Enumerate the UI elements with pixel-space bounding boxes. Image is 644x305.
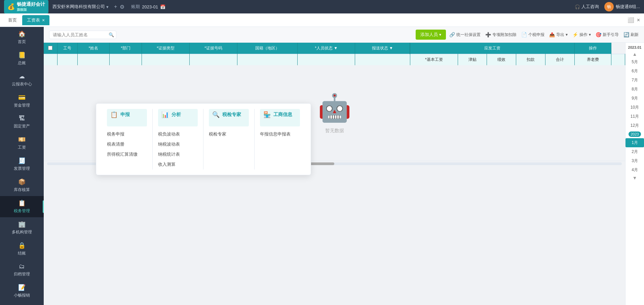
sidebar-item-basic-settings[interactable]: ⚙ 基础设置 <box>0 302 44 305</box>
search-icon[interactable]: 🔍 <box>109 32 114 37</box>
th-checkbox[interactable] <box>44 43 57 54</box>
refresh-label: 刷新 <box>631 32 639 38</box>
menu-section-business-info: 🏪 工商信息 年报信息申报表 <box>255 109 306 169</box>
xiaochang-icon: 📝 <box>18 284 26 291</box>
date-month-3[interactable]: 3月 <box>626 156 644 165</box>
settings-icon[interactable]: ⚙ <box>120 4 124 10</box>
menu-item-income-tax-summary[interactable]: 所得税汇算清缴 <box>107 149 147 159</box>
sidebar-item-cloud-report[interactable]: ☁ 云报表中心 <box>0 69 44 90</box>
special-deduction-icon: ➕ <box>485 32 491 37</box>
tab-close-icon[interactable]: × <box>42 17 45 23</box>
user-area[interactable]: 畅 畅捷通B组... <box>604 2 640 11</box>
date-panel-header: 2023.01 <box>628 44 642 51</box>
date-month-7[interactable]: 7月 <box>626 76 644 85</box>
close-icon[interactable]: × <box>637 17 640 23</box>
business-info-label: 工商信息 <box>273 112 292 118</box>
tax-dropdown-menu: 📋 申报 税务申报 税表清册 所得税汇算清缴 📊 <box>96 103 311 175</box>
sidebar-item-multi-org[interactable]: 🏢 多机构管理 <box>0 217 44 238</box>
sidebar-item-archive[interactable]: 🗂 归档管理 <box>0 260 44 280</box>
cloud-icon: ☁ <box>19 73 25 80</box>
menu-item-income-forecast[interactable]: 收入测算 <box>158 159 198 169</box>
calendar-icon[interactable]: 📅 <box>160 4 165 9</box>
date-month-11[interactable]: 11月 <box>626 112 644 121</box>
sidebar-label-home: 首页 <box>18 39 26 45</box>
sidebar-item-invoice[interactable]: 🧾 发票管理 <box>0 154 44 175</box>
date-month-8[interactable]: 8月 <box>626 85 644 94</box>
archive-icon: 🗂 <box>19 263 25 270</box>
help-button[interactable]: 🎧 人工咨询 <box>575 4 599 10</box>
no-data-icon: 🤖 <box>318 92 351 124</box>
sidebar-label-archive: 归档管理 <box>14 271 30 277</box>
operations-label: 操作 <box>579 32 588 38</box>
date-month-12[interactable]: 12月 <box>626 121 644 130</box>
sidebar-item-salary[interactable]: 💴 工资 <box>0 132 44 154</box>
date-month-10[interactable]: 10月 <box>626 103 644 112</box>
restore-icon[interactable]: ⬜ <box>628 17 634 23</box>
headset-icon: 🎧 <box>575 4 580 9</box>
th-status: *人员状态 ▼ <box>298 43 355 54</box>
menu-item-tax-burden[interactable]: 税负波动表 <box>158 129 198 139</box>
sidebar-item-close-period[interactable]: 🔒 结账 <box>0 238 44 260</box>
date-down-btn[interactable]: ▼ <box>632 175 638 181</box>
special-deduction-btn[interactable]: ➕ 专项附加扣除 <box>485 32 517 38</box>
export-dropdown-icon: ▾ <box>566 32 568 37</box>
personal-tax-btn[interactable]: 📄 个税申报 <box>521 32 544 38</box>
th-sub-region <box>237 54 297 66</box>
menu-item-tax-check[interactable]: 税检专家 <box>209 129 249 139</box>
company-selector[interactable]: 西安虾米网络科技有限公司 ▾ <box>52 4 109 10</box>
menu-section-tax-expert: 🔍 税检专家 税检专家 <box>203 109 255 169</box>
social-security-btn[interactable]: 🔗 统一社保设置 <box>449 32 481 38</box>
period-area: 账期 2023-01 📅 <box>131 4 165 10</box>
operations-dropdown-icon: ▾ <box>589 32 591 37</box>
menu-item-annual-report[interactable]: 年报信息申报表 <box>260 129 300 139</box>
invoice-icon: 🧾 <box>18 157 26 164</box>
logo-area[interactable]: 💰 畅捷通好会计 旗舰版 <box>4 0 48 13</box>
sidebar-item-xiaochang[interactable]: 📝 小畅报销 <box>0 280 44 302</box>
tab-salary-label: 工资表 <box>27 17 40 23</box>
date-month-5[interactable]: 5月 <box>626 58 644 67</box>
menu-item-tax-declaration[interactable]: 税务申报 <box>107 129 147 139</box>
date-month-2[interactable]: 2月 <box>626 147 644 156</box>
th-sub-dept <box>110 54 142 66</box>
sidebar-item-ledger[interactable]: 📒 总账 <box>0 48 44 69</box>
tab-home[interactable]: 首页 <box>4 15 21 25</box>
date-month-6[interactable]: 6月 <box>626 67 644 76</box>
operations-btn[interactable]: ⚡ 操作 ▾ <box>572 32 591 38</box>
sidebar-item-home[interactable]: 🏠 首页 <box>0 27 44 48</box>
guide-icon: 🎯 <box>596 32 601 37</box>
tab-salary[interactable]: 工资表 × <box>22 15 49 25</box>
menu-header-analysis: 📊 分析 <box>158 109 198 126</box>
period-value[interactable]: 2023-01 <box>142 4 158 9</box>
chevron-down-icon: ▾ <box>106 4 109 9</box>
close-period-icon: 🔒 <box>18 242 26 249</box>
sidebar-item-fixed-assets[interactable]: 🏗 固定资产 <box>0 112 44 132</box>
th-sub-status <box>298 54 355 66</box>
refresh-btn[interactable]: 🔄 刷新 <box>623 32 639 38</box>
add-person-button[interactable]: 添加人员 ▾ <box>416 30 446 40</box>
date-month-9[interactable]: 9月 <box>626 94 644 103</box>
export-btn[interactable]: 📤 导出 ▾ <box>549 32 568 38</box>
date-up-btn[interactable]: ▲ <box>632 51 638 58</box>
menu-item-tax-payment-fluctuation[interactable]: 纳税波动表 <box>158 139 198 149</box>
th-id-type: *证据类型 <box>142 43 189 54</box>
add-company-icon[interactable]: + <box>114 4 117 10</box>
personal-tax-label: 个税申报 <box>528 32 544 38</box>
sidebar-label-tax: 税务管理 <box>14 208 30 214</box>
declaration-label: 申报 <box>120 112 130 118</box>
sidebar-item-fund[interactable]: 💳 资金管理 <box>0 90 44 112</box>
date-month-4[interactable]: 4月 <box>626 165 644 175</box>
new-guide-btn[interactable]: 🎯 新手引导 <box>596 32 619 38</box>
menu-item-tax-statistics[interactable]: 纳税统计表 <box>158 149 198 159</box>
sidebar-label-inventory: 库存核算 <box>14 187 30 193</box>
sidebar-item-inventory[interactable]: 📦 库存核算 <box>0 175 44 196</box>
search-input[interactable] <box>53 32 107 37</box>
top-right: 🎧 人工咨询 畅 畅捷通B组... <box>575 2 640 11</box>
sidebar-item-tax[interactable]: 📋 税务管理 <box>0 196 44 217</box>
logo-text: 畅捷通好会计 <box>17 1 45 7</box>
th-sub-id-num <box>189 54 237 66</box>
menu-item-tax-form-clearance[interactable]: 税表清册 <box>107 139 147 149</box>
select-all-checkbox[interactable] <box>48 46 52 50</box>
th-name: *姓名 <box>77 43 110 54</box>
date-month-1[interactable]: 1月 <box>626 138 644 147</box>
help-label: 人工咨询 <box>581 4 599 10</box>
